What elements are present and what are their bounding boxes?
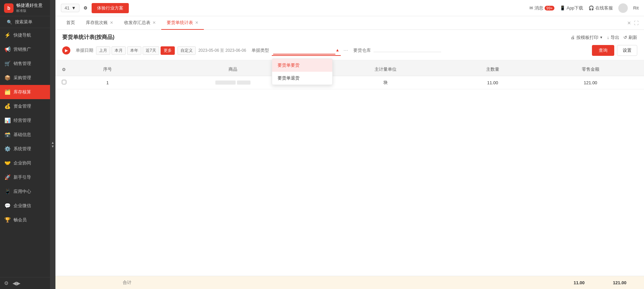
appstore-label: 应用中心	[14, 188, 31, 195]
tab-label-home: 首页	[66, 20, 75, 26]
app-download-icon: 📱	[560, 5, 565, 10]
sidebar-item-wecom[interactable]: 💬 企业微信	[0, 199, 50, 213]
finance-icon: 💰	[4, 103, 11, 110]
sidebar-item-appstore[interactable]: 📱 应用中心	[0, 184, 50, 199]
sidebar-item-inventory[interactable]: 🗂️ 库存核算	[0, 85, 50, 99]
date-this-year[interactable]: 本年	[127, 46, 141, 55]
col-unit: 主计量单位	[323, 63, 448, 76]
sidebar-item-marketing[interactable]: 📢 营销推广	[0, 42, 50, 57]
export-btn[interactable]: ↓ 导出	[607, 35, 620, 41]
refresh-label: 刷新	[628, 35, 637, 41]
sidebar-item-system[interactable]: ⚙️ 系统管理	[0, 142, 50, 156]
type-dropdown: 要货单要货 要货单退货	[272, 59, 333, 85]
filter-expand-btn[interactable]: ▶	[62, 46, 70, 54]
quick-nav-icon: ⚡	[4, 32, 11, 39]
date-custom-btn[interactable]: 自定义	[177, 46, 196, 55]
tab-close-shipment-summary[interactable]: ✕	[152, 20, 156, 25]
sidebar-logo: b 畅捷通好生意 标准版	[0, 0, 50, 16]
cell-index-0: 1	[72, 76, 143, 89]
sidebar-item-sales[interactable]: 🛒 销售管理	[0, 57, 50, 71]
store-selector[interactable]: 41 ▼	[61, 4, 79, 12]
refresh-btn[interactable]: ↺ 刷新	[623, 35, 637, 41]
tab-home[interactable]: 首页	[61, 16, 80, 30]
filter-settings-btn[interactable]: 设置	[617, 45, 637, 56]
tab-requisition-stats[interactable]: 要货单统计表✕	[161, 16, 204, 30]
content-area: 要货单统计表(按商品) 🖨 按模板打印 ▼ ↓ 导出 ↺ 刷新 ▶	[55, 30, 644, 289]
messages-item[interactable]: ✉ 消息 99+	[529, 5, 554, 11]
sidebar-scroll-btn[interactable]: ▲▼	[50, 0, 55, 289]
tab-batch-account[interactable]: 库存批次账✕	[80, 16, 119, 30]
sidebar-item-operations[interactable]: 📊 经营管理	[0, 113, 50, 128]
col-settings[interactable]: ⚙	[55, 63, 72, 76]
table-settings-icon[interactable]: ⚙	[62, 67, 66, 72]
sidebar-item-purchase[interactable]: 📦 采购管理	[0, 71, 50, 85]
user-name: Rit	[633, 5, 639, 10]
close-window-btn[interactable]: ✕	[627, 20, 631, 26]
sidebar-item-guide[interactable]: 🚀 新手引导	[0, 170, 50, 184]
table-header-row: ⚙ 序号 商品 主计量单位 主数量 零售金额	[55, 63, 644, 76]
page-header: 要货单统计表(按商品) 🖨 按模板打印 ▼ ↓ 导出 ↺ 刷新	[55, 30, 644, 41]
sidebar-item-finance[interactable]: 💰 资金管理	[0, 99, 50, 113]
trial-button[interactable]: 体验行业方案	[92, 3, 129, 13]
table-row: 1 块 11.00 121.00	[55, 76, 644, 89]
system-icon: ⚙️	[4, 146, 11, 152]
header-settings-icon[interactable]: ⚙	[84, 5, 88, 10]
footer-total-label: 合计	[93, 280, 161, 286]
sidebar-search[interactable]: 🔍 搜索菜单	[0, 16, 50, 28]
tab-label-batch-account: 库存批次账	[86, 20, 108, 26]
tab-close-batch-account[interactable]: ✕	[110, 20, 113, 25]
print-chevron: ▼	[600, 36, 603, 39]
dropdown-item-1[interactable]: 要货单退货	[272, 72, 332, 85]
dropdown-item-0[interactable]: 要货单要货	[272, 59, 332, 72]
logo-icon: b	[4, 3, 14, 13]
scroll-arrow: ▲▼	[51, 141, 54, 148]
expand-window-btn[interactable]: ⛶	[634, 20, 639, 26]
date-last-7days[interactable]: 近7天	[143, 46, 159, 55]
tab-label-shipment-summary: 收发存汇总表	[124, 20, 150, 26]
date-filter-group: 单据日期 上月 本月 本年 近7天 更多 自定义 2023-05-06 至 20…	[76, 46, 246, 55]
type-dropdown-chevron[interactable]: ▲	[335, 48, 339, 52]
online-service-item[interactable]: 🎧 在线客服	[589, 5, 613, 11]
guide-label: 新手引导	[14, 174, 31, 180]
cell-unit-0: 块	[323, 76, 448, 89]
sidebar-item-member[interactable]: 🏆 畅会员	[0, 213, 50, 227]
collapse-icon[interactable]: ◀▶	[13, 280, 21, 286]
filter-more-btn[interactable]: ···	[343, 47, 348, 53]
refresh-icon: ↺	[623, 35, 627, 40]
sidebar-item-enterprise[interactable]: 🤝 企业协同	[0, 156, 50, 170]
print-label: 按模板打印	[576, 35, 598, 41]
data-table: ⚙ 序号 商品 主计量单位 主数量 零售金额 1 块 11.00 121.00	[55, 63, 644, 89]
date-shortcuts: 上月 本月 本年 近7天 更多	[96, 46, 175, 55]
inventory-icon: 🗂️	[4, 89, 11, 95]
type-filter-label: 单据类型	[252, 47, 269, 53]
app-download-item[interactable]: 📱 App下载	[560, 5, 583, 11]
print-btn[interactable]: 🖨 按模板打印 ▼	[571, 35, 603, 41]
store-chevron: ▼	[71, 5, 76, 10]
date-more[interactable]: 更多	[161, 46, 175, 55]
guide-icon: 🚀	[4, 174, 11, 181]
date-filter-label: 单据日期	[76, 47, 93, 53]
sidebar: b 畅捷通好生意 标准版 🔍 搜索菜单 ⚡ 快捷导航 📢 营销推广 🛒 销售管理…	[0, 0, 50, 289]
sales-label: 销售管理	[14, 61, 31, 67]
date-last-month[interactable]: 上月	[96, 46, 110, 55]
tab-bar: 首页库存批次账✕收发存汇总表✕要货单统计表✕ ✕ ⛶	[55, 16, 644, 30]
tab-close-requisition-stats[interactable]: ✕	[195, 20, 198, 25]
table-footer: 合计 11.00 121.00	[55, 276, 644, 289]
wecom-icon: 💬	[4, 202, 11, 209]
settings-icon[interactable]: ⚙	[4, 280, 8, 286]
marketing-icon: 📢	[4, 46, 11, 53]
sidebar-item-basics[interactable]: 🗃️ 基础信息	[0, 128, 50, 142]
cell-checkbox-0[interactable]	[55, 76, 72, 89]
date-this-month[interactable]: 本月	[112, 46, 126, 55]
col-index: 序号	[72, 63, 143, 76]
sidebar-item-quick-nav[interactable]: ⚡ 快捷导航	[0, 28, 50, 42]
user-avatar[interactable]	[618, 3, 628, 13]
warehouse-filter-label: 要货仓库	[353, 47, 371, 53]
headset-icon: 🎧	[589, 5, 594, 10]
tab-shipment-summary[interactable]: 收发存汇总表✕	[119, 16, 161, 30]
page-title: 要货单统计表(按商品)	[62, 34, 115, 41]
type-filter-input[interactable]	[273, 46, 335, 54]
export-label: 导出	[611, 35, 619, 41]
query-button[interactable]: 查询	[592, 45, 614, 56]
sales-icon: 🛒	[4, 60, 11, 67]
